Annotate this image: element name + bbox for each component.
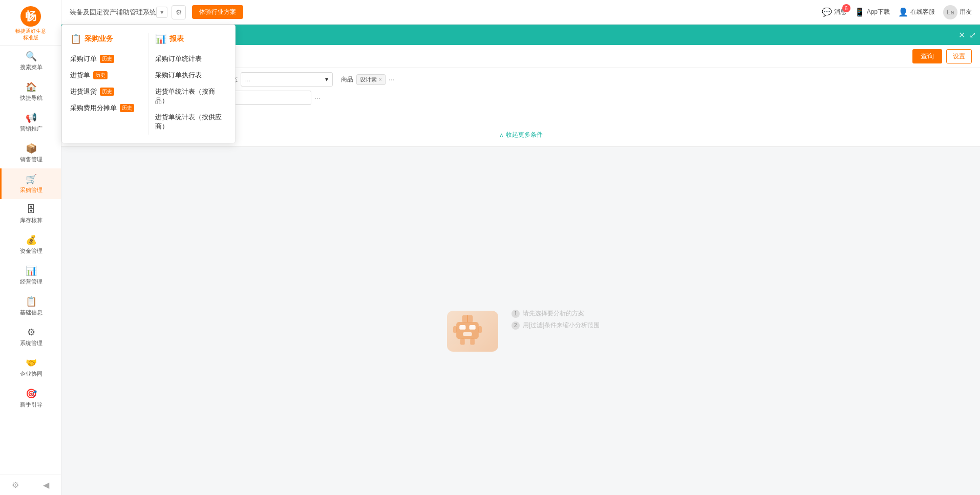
goods-label: 商品	[341, 75, 353, 84]
dropdown-item-purchase-return[interactable]: 进货退货 历史	[70, 83, 142, 100]
svg-rect-5	[478, 326, 482, 333]
svg-rect-4	[453, 326, 457, 333]
svg-rect-6	[460, 338, 465, 345]
report-col: 📊 报表 采购订单统计表 采购订单执行表 进货单统计表（按商品） 进货单统计表（…	[155, 33, 227, 135]
empty-hint-1: 1 请先选择要分析的方案	[512, 309, 600, 318]
trial-btn[interactable]: 体验行业方案	[192, 5, 243, 19]
logo-icon: 畅	[20, 6, 41, 27]
box-icon: 📦	[26, 143, 37, 154]
dropdown-item-purchase-receive[interactable]: 进货单 历史	[70, 67, 142, 83]
money-icon: 💰	[26, 234, 37, 246]
svg-rect-1	[459, 325, 465, 330]
filter-goods: 商品 设计素 × ···	[341, 74, 395, 85]
history-badge: 历史	[100, 55, 114, 63]
svg-rect-7	[470, 338, 475, 345]
dropdown-item-receive-stat-goods[interactable]: 进货单统计表（按商品）	[155, 83, 227, 109]
cart-icon: 🛒	[26, 174, 37, 185]
dropdown-item-purchase-order[interactable]: 采购订单 历史	[70, 51, 142, 67]
toolbar-right: 查询 设置	[912, 49, 972, 63]
sidebar-item-operations[interactable]: 📊 经营管理	[0, 260, 61, 291]
dropdown-item-purchase-order-exec[interactable]: 采购订单执行表	[155, 67, 227, 83]
system-title: 装备及固定资产辅助管理系统	[70, 8, 156, 17]
home-icon: 🏠	[26, 81, 37, 93]
tab-close-all-btn[interactable]: ✕	[958, 30, 965, 40]
handshake-icon: 🤝	[26, 357, 37, 369]
empty-illustration	[442, 290, 503, 352]
history-badge-3: 历史	[100, 88, 114, 96]
footer-collapse-btn[interactable]: ◀	[43, 480, 49, 490]
dropdown-col-divider	[148, 33, 149, 135]
sidebar-footer: ⚙ ◀	[0, 475, 61, 495]
guide-icon: 🎯	[26, 388, 37, 399]
purchase-col-icon: 📋	[70, 33, 81, 45]
goods-tag-close[interactable]: ×	[379, 77, 382, 82]
chevron-up-icon: ∧	[499, 132, 504, 139]
sidebar-item-search[interactable]: 🔍 搜索菜单	[0, 46, 61, 76]
sidebar-item-finance[interactable]: 💰 资金管理	[0, 229, 61, 260]
online-service-btn[interactable]: 👤 在线客服	[898, 7, 935, 17]
sidebar-item-system[interactable]: ⚙ 系统管理	[0, 321, 61, 352]
purchase-col-header: 📋 采购业务	[70, 33, 142, 45]
query-btn[interactable]: 查询	[912, 49, 942, 63]
footer-settings-btn[interactable]: ⚙	[12, 480, 19, 490]
sidebar-item-sales[interactable]: 📦 销售管理	[0, 138, 61, 168]
sidebar: 畅 畅捷通好生意 标准版 🔍 搜索菜单 🏠 快捷导航 📢 营销推广 📦 销售管理…	[0, 0, 61, 495]
filter-settings-btn[interactable]: 设置	[946, 49, 972, 63]
megaphone-icon: 📢	[26, 112, 37, 123]
history-badge-2: 历史	[93, 71, 108, 79]
dropdown-item-purchase-order-stat[interactable]: 采购订单统计表	[155, 51, 227, 67]
sidebar-item-enterprise[interactable]: 🤝 企业协同	[0, 352, 61, 383]
empty-content-row: 1 请先选择要分析的方案 2 用[过滤]条件来缩小分析范围	[442, 290, 600, 352]
goods-tag: 设计素 ×	[356, 74, 386, 85]
svg-rect-2	[469, 325, 475, 330]
gear-icon: ⚙	[27, 327, 35, 338]
dropdown-item-purchase-expense[interactable]: 采购费用分摊单 历史	[70, 100, 142, 116]
message-badge: 6	[842, 4, 850, 12]
dropdown-item-receive-stat-supplier[interactable]: 进货单统计表（按供应商）	[155, 109, 227, 135]
empty-hints: 1 请先选择要分析的方案 2 用[过滤]条件来缩小分析范围	[512, 309, 600, 333]
dropdown-cols: 📋 采购业务 采购订单 历史 进货单 历史 进货退货 历史 采购费用分摊单 历史	[70, 33, 227, 135]
svg-rect-0	[456, 322, 479, 339]
report-col-icon: 📊	[155, 33, 166, 45]
sidebar-item-base[interactable]: 📋 基础信息	[0, 291, 61, 321]
messages-btn[interactable]: 💬 消息 6	[822, 7, 846, 17]
topbar: 装备及固定资产辅助管理系统 ▾ ⚙ 体验行业方案 💬 消息 6 📱 App下载 …	[61, 0, 980, 25]
report-col-header: 📊 报表	[155, 33, 227, 45]
warehouse-icon: 🗄	[27, 204, 36, 215]
purchase-dropdown-menu: 📋 采购业务 采购订单 历史 进货单 历史 进货退货 历史 采购费用分摊单 历史	[61, 25, 236, 143]
salesperson-more-btn[interactable]: ···	[314, 94, 321, 102]
sidebar-item-marketing[interactable]: 📢 营销推广	[0, 107, 61, 138]
robot-icon	[450, 311, 485, 347]
user-btn[interactable]: Ea 用友	[943, 5, 972, 19]
logo-text: 畅捷通好生意 标准版	[15, 28, 46, 41]
sidebar-item-newguide[interactable]: 🎯 新手引导	[0, 383, 61, 414]
chart-icon: 📊	[26, 265, 37, 276]
topbar-right: 💬 消息 6 📱 App下载 👤 在线客服 Ea 用友	[822, 5, 972, 19]
search-icon: 🔍	[26, 51, 37, 62]
clipboard-icon: 📋	[26, 296, 37, 307]
doc-status-input[interactable]: ... ▾	[241, 72, 333, 87]
avatar: Ea	[943, 5, 957, 19]
tab-expand-btn[interactable]: ⤢	[969, 30, 976, 40]
purchase-col: 📋 采购业务 采购订单 历史 进货单 历史 进货退货 历史 采购费用分摊单 历史	[70, 33, 142, 135]
app-download-btn[interactable]: 📱 App下载	[855, 7, 890, 17]
goods-more-btn[interactable]: ···	[389, 75, 395, 83]
topbar-settings-btn[interactable]: ⚙	[172, 5, 186, 19]
empty-state: 1 请先选择要分析的方案 2 用[过滤]条件来缩小分析范围	[61, 147, 980, 495]
sidebar-logo: 畅 畅捷通好生意 标准版	[0, 0, 61, 46]
system-title-dropdown[interactable]: ▾	[156, 7, 167, 18]
sidebar-menu: 🔍 搜索菜单 🏠 快捷导航 📢 营销推广 📦 销售管理 🛒 采购管理 🗄 库存核…	[0, 46, 61, 475]
history-badge-4: 历史	[120, 104, 134, 112]
svg-rect-3	[463, 332, 472, 336]
empty-hint-2: 2 用[过滤]条件来缩小分析范围	[512, 321, 600, 330]
sidebar-item-quicknav[interactable]: 🏠 快捷导航	[0, 76, 61, 107]
sidebar-item-purchase[interactable]: 🛒 采购管理	[0, 168, 61, 199]
sidebar-item-inventory[interactable]: 🗄 库存核算	[0, 199, 61, 229]
tabbar-actions: ✕ ⤢	[958, 30, 976, 40]
